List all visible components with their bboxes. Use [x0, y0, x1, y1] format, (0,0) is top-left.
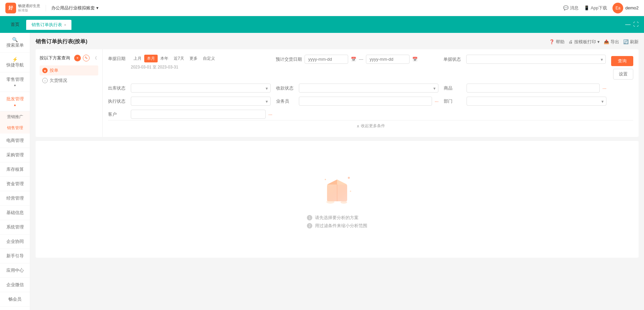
filter-sidebar: 按以下方案查询 + ✎ 《 ● 按单 ○ 欠货情况: [36, 49, 103, 137]
sidebar-item-search[interactable]: 🔍 搜索菜单: [0, 33, 30, 53]
tab-bar-actions: — ⛶: [625, 21, 639, 28]
tab-home[interactable]: 首页: [5, 19, 25, 30]
sidebar-item-inventory[interactable]: 库存核算: [0, 162, 30, 177]
calendar-icon-start[interactable]: 📅: [351, 57, 356, 62]
refresh-button[interactable]: 🔄 刷新: [623, 39, 639, 45]
date-range-display: 2023-03-01 至 2023-03-31: [108, 64, 270, 70]
sidebar-item-member[interactable]: 畅会员: [0, 292, 30, 307]
expected-date-end-input[interactable]: [366, 55, 410, 64]
main-container: 🔍 搜索菜单 ⚡ 快捷导航 零售管理 ▾ 批发管理 ▲ 营销推广 销售管理 电商…: [0, 33, 644, 310]
customer-more-button[interactable]: ···: [268, 112, 272, 117]
sidebar-item-collab[interactable]: 企业协同: [0, 235, 30, 249]
sidebar-item-operation[interactable]: 经营管理: [0, 191, 30, 206]
sidebar-item-ecommerce[interactable]: 电商管理: [0, 134, 30, 148]
step-1-number: 1: [307, 215, 312, 220]
query-actions: 查询 设置: [606, 55, 633, 80]
message-button[interactable]: 💬 消息: [563, 5, 579, 11]
tab-close-icon[interactable]: ×: [64, 23, 66, 27]
filter-row-3: 执行状态 业务员: [108, 97, 633, 106]
company-selector[interactable]: 办公用品行业模拟账套 ▾: [51, 5, 99, 11]
date-tab-this-month[interactable]: 本月: [144, 55, 158, 62]
retail-arrow-icon: ▾: [14, 84, 16, 87]
tab-bar: 首页 销售订单执行表 ×: [5, 16, 71, 33]
filter-date-group: 单据日期 上月 本月 本年 近7天 更多 自定义 2023: [108, 55, 270, 70]
exec-select[interactable]: [131, 97, 271, 106]
filter-panel: 按以下方案查询 + ✎ 《 ● 按单 ○ 欠货情况: [36, 49, 639, 137]
export-icon: 📤: [604, 39, 609, 44]
logo-area: 好 畅捷通好生意 标准版: [5, 3, 40, 13]
tab-active[interactable]: 销售订单执行表 ×: [26, 19, 71, 30]
sidebar-item-system[interactable]: 系统管理: [0, 220, 30, 235]
date-tab-this-year[interactable]: 本年: [158, 55, 171, 62]
settings-button[interactable]: 设置: [613, 69, 633, 80]
svg-point-8: [340, 201, 347, 204]
salesman-more-button[interactable]: ···: [435, 99, 439, 104]
collapse-icon: ∧: [357, 124, 360, 128]
calendar-icon-end[interactable]: 📅: [412, 57, 418, 62]
logo-icon: 好: [5, 3, 16, 13]
sidebar-item-retail[interactable]: 零售管理 ▾: [0, 72, 30, 92]
sidebar-item-nav[interactable]: ⚡ 快捷导航: [0, 53, 30, 72]
empty-state-icon: [317, 168, 357, 208]
collapse-more: ∧ 收起更多条件: [108, 120, 633, 132]
filter-option-andan[interactable]: ● 按单: [40, 65, 98, 75]
svg-point-5: [348, 177, 350, 179]
svg-marker-1: [327, 179, 337, 185]
results-area: 1 请先选择要分析的方案 2 用过滤条件来缩小分析范围: [36, 141, 639, 258]
expected-date-start-input[interactable]: [305, 55, 348, 64]
sidebar-sub-item-sales[interactable]: 销售管理: [0, 122, 30, 134]
date-tab-more[interactable]: 更多: [187, 55, 200, 62]
content-area: 销售订单执行表(按单) ❓ 帮助 🖨 按模板打印 ▾ 📤 导出: [30, 33, 644, 310]
company-arrow-icon: ▾: [96, 5, 99, 10]
sidebar: 🔍 搜索菜单 ⚡ 快捷导航 零售管理 ▾ 批发管理 ▲ 营销推广 销售管理 电商…: [0, 33, 30, 310]
top-bar-left: 好 畅捷通好生意 标准版 办公用品行业模拟账套 ▾: [5, 3, 99, 13]
app-download-button[interactable]: 📱 App下载: [584, 5, 607, 11]
filter-collapse-button[interactable]: 《: [92, 55, 98, 61]
user-menu[interactable]: Ea demo2: [612, 3, 639, 13]
payment-select[interactable]: [299, 84, 439, 93]
message-icon: 💬: [563, 5, 569, 10]
goods-more-button[interactable]: ···: [602, 86, 606, 91]
sidebar-item-wechat[interactable]: 企业微信: [0, 278, 30, 292]
sidebar-item-finance[interactable]: 资金管理: [0, 177, 30, 191]
avatar: Ea: [612, 3, 623, 13]
filter-row-1: 单据日期 上月 本月 本年 近7天 更多 自定义 2023: [108, 55, 633, 80]
sidebar-item-apps[interactable]: 应用中心: [0, 263, 30, 278]
filter-status-group: 单据状态: [438, 55, 606, 64]
date-tab-last-month[interactable]: 上月: [131, 55, 144, 62]
export-button[interactable]: 📤 导出: [604, 39, 619, 45]
status-select[interactable]: [466, 55, 606, 64]
filter-goods-group: 商品 ···: [438, 84, 606, 93]
filter-add-button[interactable]: +: [74, 55, 81, 61]
filter-edit-button[interactable]: ✎: [83, 55, 90, 61]
filter-dept-group: 部门: [438, 97, 606, 106]
help-icon: ❓: [549, 39, 554, 44]
tab-maximize-icon[interactable]: ⛶: [633, 21, 639, 28]
query-button[interactable]: 查询: [611, 56, 633, 66]
tab-minimize-icon[interactable]: —: [625, 21, 631, 28]
goods-input[interactable]: [467, 84, 600, 93]
filter-expected-date-group: 预计交货日期 📅 — 📅: [270, 55, 438, 64]
customer-input[interactable]: [131, 110, 266, 119]
dept-select[interactable]: [467, 97, 606, 106]
print-button[interactable]: 🖨 按模板打印 ▾: [569, 39, 600, 45]
filter-option-quehuo[interactable]: ○ 欠货情况: [40, 75, 98, 86]
filter-row-2: 出库状态 收款状态: [108, 84, 633, 93]
collapse-button[interactable]: ∧ 收起更多条件: [111, 123, 631, 129]
svg-point-7: [326, 200, 334, 204]
empty-state: 1 请先选择要分析的方案 2 用过滤条件来缩小分析范围: [36, 141, 639, 258]
top-bar-right: 💬 消息 📱 App下载 Ea demo2: [563, 3, 639, 13]
sidebar-item-guide[interactable]: 新手引导: [0, 249, 30, 263]
salesman-input[interactable]: [299, 97, 432, 106]
date-tab-7days[interactable]: 近7天: [171, 55, 187, 62]
sidebar-item-basic[interactable]: 基础信息: [0, 206, 30, 220]
sidebar-item-wholesale[interactable]: 批发管理 ▲: [0, 92, 30, 111]
date-tab-custom[interactable]: 自定义: [200, 55, 218, 62]
sidebar-sub-item-marketing[interactable]: 营销推广: [0, 111, 30, 122]
filter-sidebar-header: 按以下方案查询 + ✎ 《: [40, 55, 98, 61]
step-2-number: 2: [307, 223, 312, 228]
top-bar: 好 畅捷通好生意 标准版 办公用品行业模拟账套 ▾ 💬 消息 📱 App下载 E…: [0, 0, 644, 16]
delivery-select[interactable]: [131, 84, 271, 93]
help-button[interactable]: ❓ 帮助: [549, 39, 565, 45]
sidebar-item-purchase[interactable]: 采购管理: [0, 148, 30, 162]
